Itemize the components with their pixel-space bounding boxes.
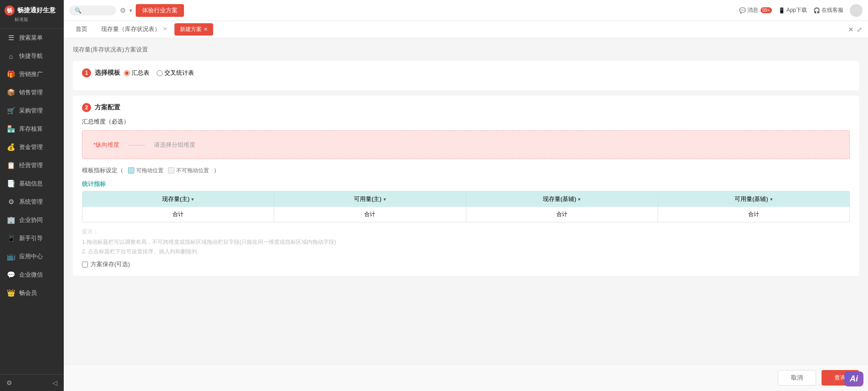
expand-tab-button[interactable]: ⤢	[857, 26, 863, 34]
sidebar-item-enterprise[interactable]: 🏢 企业协同	[0, 211, 64, 229]
tip-1: 2. 点击标题栏下拉可设置排序、插入列和删除列	[82, 248, 850, 256]
sidebar-item-sales[interactable]: 📦 销售管理	[0, 83, 64, 102]
radio-summary-input[interactable]	[124, 70, 130, 76]
step1-section: 1 选择模板 汇总表 交叉统计表	[73, 61, 859, 90]
close-tab-button[interactable]: ✕	[848, 26, 854, 34]
app-name: 畅捷通好生意	[17, 6, 56, 15]
stat-col-0: 合计	[82, 207, 274, 222]
indicator-setting: 模板指标设定（ 可拖动位置 不可拖动位置 ）	[82, 166, 850, 175]
col-header-0[interactable]: 现存量(主) ▾	[82, 191, 274, 207]
radio-cross-input[interactable]	[157, 70, 163, 76]
message-label: 消息	[747, 6, 758, 14]
col-header-1[interactable]: 可用量(主) ▾	[274, 191, 466, 207]
dimension-placeholder[interactable]: 请选择分组维度	[154, 141, 195, 149]
app-edition: 标准版	[15, 16, 59, 23]
step2-num: 2	[82, 103, 91, 112]
sidebar-item-shortcut[interactable]: ⌂ 快捷导航	[0, 47, 64, 65]
col-header-2-label: 现存量(基辅)	[543, 195, 577, 203]
sidebar-item-wechat[interactable]: 💬 企业微信	[0, 266, 64, 284]
app-logo-icon: 畅	[5, 5, 15, 15]
chevron-down-icon-0[interactable]: ▾	[191, 196, 194, 202]
sidebar-item-label: 营销推广	[19, 70, 43, 78]
fixed-box	[168, 167, 174, 174]
sidebar-item-member[interactable]: 👑 畅会员	[0, 284, 64, 302]
search-box[interactable]: 🔍	[69, 5, 116, 15]
enterprise-icon: 🏢	[6, 216, 15, 224]
step2-header: 2 方案配置	[82, 103, 850, 112]
stat-summary-1: 合计	[364, 211, 375, 217]
new-scheme-tab[interactable]: 新建方案 ✕	[174, 23, 213, 36]
ai-badge[interactable]: Ai	[844, 371, 863, 386]
save-checkbox-input[interactable]	[82, 262, 88, 268]
tab-inventory-close[interactable]: ✕	[163, 26, 167, 32]
sidebar-item-finance[interactable]: 💰 资金管理	[0, 138, 64, 156]
headset-icon: 🎧	[813, 7, 820, 14]
tab-home[interactable]: 首页	[69, 21, 94, 38]
message-icon: 💬	[739, 7, 746, 14]
legend-movable-label: 可拖动位置	[136, 167, 163, 175]
message-button[interactable]: 💬 消息 99+	[739, 6, 772, 14]
legend-fixed: 不可拖动位置	[168, 167, 209, 175]
radio-summary[interactable]: 汇总表	[124, 69, 149, 77]
settings-footer-icon[interactable]: ⚙	[6, 379, 12, 386]
indicator-setting-label: 模板指标设定（ 可拖动位置 不可拖动位置 ）	[82, 166, 850, 175]
col-header-3[interactable]: 可用量(基辅) ▾	[658, 191, 849, 207]
topbar-chevron[interactable]: ▾	[129, 7, 132, 14]
sidebar-item-newbie[interactable]: 📱 新手引导	[0, 229, 64, 247]
sidebar-item-basic[interactable]: 📑 基础信息	[0, 175, 64, 193]
sidebar-item-label: 销售管理	[19, 88, 43, 97]
sidebar-item-purchase[interactable]: 🛒 采购管理	[0, 102, 64, 120]
sidebar-item-label: 新手引导	[19, 234, 43, 242]
app-download-button[interactable]: 📱 App下载	[778, 6, 807, 14]
save-checkbox[interactable]: 方案保存(可选)	[82, 260, 850, 268]
tabs-bar: 首页 现存量（库存状况表） ✕ 新建方案 ✕ ✕ ⤢	[64, 21, 868, 38]
sidebar-item-label: 搜索菜单	[19, 34, 43, 42]
sidebar-item-search[interactable]: ☰ 搜索菜单	[0, 29, 64, 47]
dimension-arrow: ——	[128, 140, 145, 149]
trial-button[interactable]: 体验行业方案	[136, 4, 184, 17]
sidebar-item-label: 库存核算	[19, 125, 43, 133]
movable-box	[128, 167, 134, 174]
user-avatar[interactable]	[850, 4, 863, 17]
stat-col-2: 合计	[466, 207, 658, 222]
tip-0: 1.拖动标题栏可以调整布局，不可跨维度或指标区域拖动栏目字段(只能在同一维度或指…	[82, 238, 850, 246]
radio-summary-label: 汇总表	[132, 69, 149, 77]
new-scheme-label: 新建方案	[180, 26, 202, 33]
legend-movable: 可拖动位置	[128, 167, 163, 175]
search-icon: ☰	[6, 34, 15, 42]
collapse-icon[interactable]: ◁	[52, 379, 57, 386]
operation-icon: 📋	[6, 161, 15, 170]
save-checkbox-label: 方案保存(可选)	[91, 260, 130, 268]
col-header-2[interactable]: 现存量(基辅) ▾	[466, 191, 658, 207]
chevron-down-icon-2[interactable]: ▾	[578, 196, 581, 202]
new-scheme-close[interactable]: ✕	[204, 26, 208, 32]
sidebar-item-system[interactable]: ⚙ 系统管理	[0, 193, 64, 211]
dimension-area[interactable]: *纵向维度 —— 请选择分组维度	[82, 130, 850, 159]
appstore-icon: 📺	[6, 252, 15, 261]
dimension-required-label: *纵向维度	[93, 141, 119, 149]
tab-inventory[interactable]: 现存量（库存状况表） ✕	[95, 21, 174, 38]
sidebar-item-appstore[interactable]: 📺 应用中心	[0, 247, 64, 266]
online-service-button[interactable]: 🎧 在线客服	[813, 6, 843, 14]
bottom-bar: 取消 查询	[64, 364, 868, 391]
radio-cross[interactable]: 交叉统计表	[157, 69, 194, 77]
gear-icon[interactable]: ⚙	[120, 6, 126, 15]
tab-home-label: 首页	[76, 25, 87, 33]
sidebar-item-label: 采购管理	[19, 107, 43, 115]
member-icon: 👑	[6, 289, 15, 297]
app-download-label: App下载	[786, 6, 807, 14]
cancel-button[interactable]: 取消	[778, 370, 816, 386]
chevron-down-icon-3[interactable]: ▾	[770, 196, 773, 202]
chevron-down-icon-1[interactable]: ▾	[383, 196, 386, 202]
online-service-label: 在线客服	[822, 6, 843, 14]
legend-fixed-label: 不可拖动位置	[176, 167, 209, 175]
col-header-3-label: 可用量(基辅)	[735, 195, 768, 203]
search-icon: 🔍	[75, 7, 82, 14]
stat-summary-3: 合计	[748, 211, 759, 217]
sidebar-item-operation[interactable]: 📋 经营管理	[0, 156, 64, 175]
newbie-icon: 📱	[6, 234, 15, 242]
sidebar-item-inventory[interactable]: 🏪 库存核算	[0, 120, 64, 138]
search-input[interactable]	[83, 7, 111, 14]
sidebar-item-marketing[interactable]: 🎁 营销推广	[0, 65, 64, 83]
finance-icon: 💰	[6, 143, 15, 151]
